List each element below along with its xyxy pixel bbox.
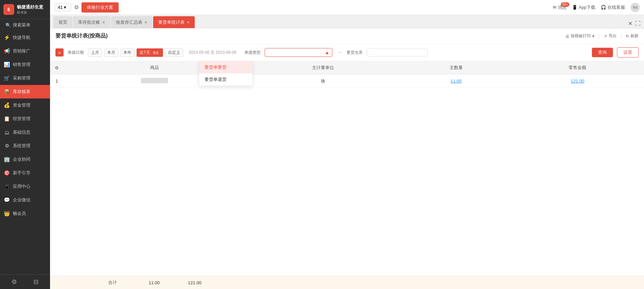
sidebar-item-enterprise[interactable]: 🏢 企业协同 [0,153,50,166]
sidebar-item-label: 企业协同 [13,156,30,162]
dropdown-item-requisition-return[interactable]: 要货单退货 [199,73,253,86]
tab-close-icon[interactable]: ✕ [144,20,147,25]
tabs-extra-actions: ✕ ⛶ [628,20,641,28]
inventory-icon: 📦 [3,88,10,95]
sidebar-item-system[interactable]: ⚙ 系统管理 [0,139,50,153]
app-center-icon: 📱 [3,183,10,190]
app-logo-icon: 6 [3,4,14,15]
table-header-row: ⚙ 商品 主计量单位 主数量 零售金额 [50,61,644,74]
print-chevron-icon[interactable]: ▾ [592,34,594,39]
search-icon: 🔍 [5,23,11,28]
export-btn[interactable]: ↗ 导出 [604,33,617,39]
filter-warehouse-input[interactable] [370,50,425,55]
sidebar-item-guide[interactable]: 🎯 新手引导 [0,166,50,180]
table-body: 1 块 11.00 121.00 [50,74,644,88]
sidebar-item-operations[interactable]: 📋 经营管理 [0,112,50,126]
basic-icon: 🗂 [3,129,10,136]
filter-date-buttons: 上月 本月 本年 近7天 更多 自定义 [88,48,183,57]
sidebar-item-label: 新手引导 [13,170,30,176]
sidebar-item-label: 基础信息 [13,129,30,135]
product-name-blurred [141,78,168,83]
chevron-down-icon: ▾ [64,5,66,10]
print-label: 按模板打印 [571,33,591,39]
operations-icon: 📋 [3,115,10,122]
sidebar-item-label: 销售管理 [13,62,30,68]
cell-quantity[interactable]: 11.00 [401,74,511,88]
promo-button[interactable]: 体验行业方案 [81,2,119,13]
cell-amount[interactable]: 121.00 [511,74,644,88]
sidebar-item-marketing[interactable]: 📢 营销推广 [0,44,50,58]
maximize-btn[interactable]: ⛶ [635,21,641,27]
purchase-icon: 🛒 [3,75,10,82]
sidebar-search-label: 搜索菜单 [13,22,30,28]
sidebar-item-app-center[interactable]: 📱 应用中心 [0,180,50,193]
filter-warehouse-input-wrapper[interactable] [367,48,428,57]
footer-amount: 121.00 [178,280,212,285]
filter-type-input-wrapper[interactable]: ▲ [265,48,332,57]
message-button[interactable]: ✉ 消息 99+ [553,4,567,10]
tab-requisition-label: 要货单统计表 [158,19,185,25]
th-settings[interactable]: ⚙ [50,61,64,74]
sidebar-search[interactable]: 🔍 搜索菜单 [0,19,50,31]
topbar-gear-icon[interactable]: ⚙ [74,4,79,10]
type-chevron-up-icon[interactable]: ▲ [325,50,330,55]
sidebar-item-wechat[interactable]: 💬 企业微信 [0,193,50,207]
sidebar-nav-scroll: ⚡ 快捷导航 📢 营销推广 📊 销售管理 🛒 采购管理 📦 库存核算 💰 资金管… [0,31,50,274]
sales-icon: 📊 [3,61,10,68]
tab-receivable[interactable]: 收发存汇总表 ✕ [111,16,152,28]
guide-icon: 🎯 [3,170,10,176]
page-title: 要货单统计表(按商品) [55,32,108,40]
company-selector[interactable]: 41 ▾ [54,3,71,12]
sidebar-item-finance[interactable]: 💰 资金管理 [0,98,50,112]
online-service-button[interactable]: 🎧 在线客服 [601,4,625,10]
date-btn-last-month[interactable]: 上月 [88,48,102,57]
sidebar-item-label: 畅会员 [13,210,26,217]
filter-more-btn[interactable]: ··· [338,49,342,55]
date-btn-this-year[interactable]: 本年 [120,48,135,57]
tab-close-icon[interactable]: ✕ [102,20,105,25]
tab-home[interactable]: 首页 [53,16,72,28]
sidebar: 6 畅捷通好生意 标准版 🔍 搜索菜单 ⚡ 快捷导航 📢 营销推广 📊 销售管理… [0,0,50,289]
marketing-icon: 📢 [3,48,10,54]
cell-unit: 块 [245,74,401,88]
refresh-btn[interactable]: ↻ 刷新 [626,33,639,39]
sidebar-item-label: 应用中心 [13,183,30,190]
avatar[interactable]: Rit [630,3,640,12]
sidebar-item-sales[interactable]: 📊 销售管理 [0,58,50,71]
dropdown-item-requisition-order[interactable]: 要货单要货 [199,61,253,73]
close-all-tabs-btn[interactable]: ✕ [628,20,633,27]
sidebar-item-label: 库存核算 [13,89,30,95]
query-button[interactable]: 查询 [592,48,613,57]
tab-inventory-batch[interactable]: 库存批次账 ✕ [73,16,110,28]
sidebar-item-basic[interactable]: 🗂 基础信息 [0,126,50,139]
settings-button[interactable]: 设置 [617,47,639,58]
settings-bottom-btn[interactable]: ⚙ [11,278,17,286]
sidebar-item-quick-nav[interactable]: ⚡ 快捷导航 [0,31,50,44]
quick-nav-icon: ⚡ [3,34,10,41]
app-icon: 📱 [572,5,577,10]
date-btn-last7[interactable]: 近7天 更多 [137,48,163,57]
filter-type-input[interactable] [268,50,325,55]
filter-expand-btn[interactable]: » [55,48,64,57]
tab-close-icon[interactable]: ✕ [187,20,190,25]
table-footer: 合计 11.00 121.00 [50,276,644,289]
topbar-right: ✉ 消息 99+ 📱 App下载 🎧 在线客服 Rit [553,3,640,12]
sidebar-item-purchase[interactable]: 🛒 采购管理 [0,71,50,85]
sidebar-item-inventory[interactable]: 📦 库存核算 [0,85,50,98]
app-brand-text: 畅捷通好生意 标准版 [17,4,43,15]
sidebar-item-vip[interactable]: 👑 畅会员 [0,207,50,220]
collapse-sidebar-btn[interactable]: ⊟ [33,278,39,286]
tab-requisition[interactable]: 要货单统计表 ✕ [153,16,195,28]
th-unit: 主计量单位 [245,61,401,74]
print-template-btn[interactable]: 🖨 按模板打印 ▾ [565,33,594,39]
date-btn-this-month[interactable]: 本月 [104,48,118,57]
filter-warehouse-label: 要货仓库 [347,50,363,55]
date-btn-custom[interactable]: 自定义 [165,48,183,57]
message-badge: 99+ [561,2,569,7]
filter-bar: » 单据日期 上月 本月 本年 近7天 更多 自定义 2023-05-06 至 … [50,44,644,61]
sidebar-item-label: 快捷导航 [13,35,30,41]
filter-type-label: 单据类型 [244,50,261,55]
page-header: 要货单统计表(按商品) 🖨 按模板打印 ▾ | ↗ 导出 | ↻ 刷新 [50,28,644,44]
refresh-icon: ↻ [626,34,629,39]
app-download-button[interactable]: 📱 App下载 [572,4,595,10]
